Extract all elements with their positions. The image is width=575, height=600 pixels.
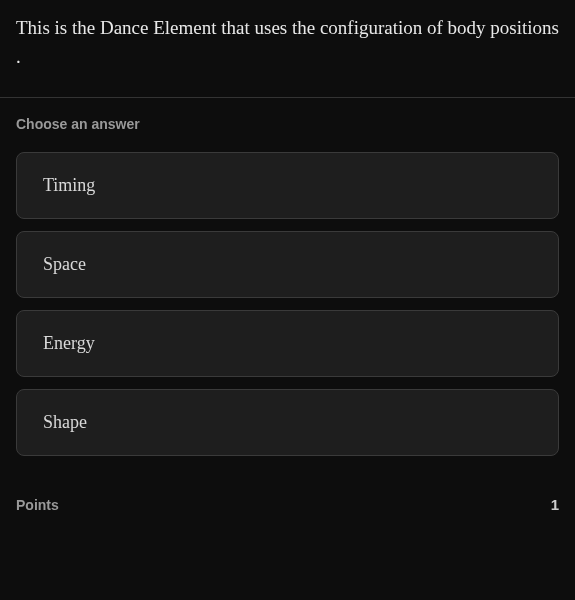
option-energy[interactable]: Energy [16, 310, 559, 377]
option-shape[interactable]: Shape [16, 389, 559, 456]
option-label: Shape [43, 412, 87, 432]
option-space[interactable]: Space [16, 231, 559, 298]
option-label: Space [43, 254, 86, 274]
points-value: 1 [551, 496, 559, 513]
answer-section: Choose an answer Timing Space Energy Sha… [0, 98, 575, 456]
instruction-label: Choose an answer [16, 116, 559, 132]
option-timing[interactable]: Timing [16, 152, 559, 219]
points-row: Points 1 [0, 456, 575, 513]
option-label: Timing [43, 175, 95, 195]
question-section: This is the Dance Element that uses the … [0, 0, 575, 97]
points-label: Points [16, 497, 59, 513]
question-text: This is the Dance Element that uses the … [16, 14, 559, 71]
option-label: Energy [43, 333, 95, 353]
options-list: Timing Space Energy Shape [16, 152, 559, 456]
